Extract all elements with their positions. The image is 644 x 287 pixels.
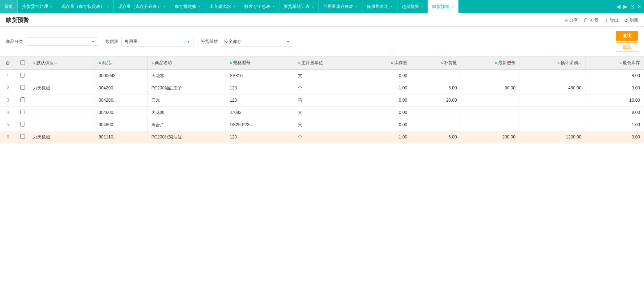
nav-tab-4[interactable]: 库存批次账× <box>170 0 205 13</box>
table-header-settings[interactable]: ⚙ <box>0 57 16 70</box>
header-action-分享[interactable]: ⎘分享 <box>565 17 578 23</box>
gear-settings-button[interactable]: ⚙ <box>4 60 12 66</box>
filter-select-replenish-base[interactable]: 安全库存 ▼ <box>221 37 293 47</box>
page-container: 缺货预警 ⎘分享🗒补货⤓导出↺刷新 商品分类 ▼ 数据源 可用量 ▼ 补货基数 … <box>0 13 644 287</box>
nav-tab-5[interactable]: 出入库流水× <box>205 0 240 13</box>
row-checkbox-3[interactable] <box>20 110 25 114</box>
select-all-checkbox[interactable] <box>20 60 25 65</box>
query-button[interactable]: 查询 <box>616 31 638 41</box>
table-row[interactable]: 5 004800... 离合片 DS250*23c... 只 0.00 1.00 <box>0 119 644 131</box>
filter-label-datasource: 数据源 <box>105 39 118 45</box>
table-row[interactable]: 1 0000042 火花塞 SS816 支 0.00 8.00 <box>0 70 644 82</box>
row-checkbox-cell-1 <box>16 82 29 94</box>
table-header-replenish[interactable]: ⇅补货量 <box>411 57 461 70</box>
row-code-3: 004600... <box>95 106 148 119</box>
nav-next-button[interactable]: ▶ <box>622 0 629 13</box>
settings-button[interactable]: 设置 <box>616 42 638 52</box>
nav-tab-3[interactable]: 现存量（库存分布表）× <box>114 0 170 13</box>
filter-actions: 查询 设置 <box>616 31 638 52</box>
action-icon-2: ⤓ <box>604 18 608 23</box>
nav-tab-close-1[interactable]: × <box>50 5 52 9</box>
filter-select-datasource[interactable]: 可用量 ▼ <box>121 37 193 47</box>
nav-tab-close-4[interactable]: × <box>199 5 201 9</box>
nav-tab-close-8[interactable]: × <box>356 5 358 9</box>
row-stock-1: -1.00 <box>361 82 411 94</box>
table-header-name[interactable]: ⇅商品名称 <box>148 57 226 70</box>
nav-restore-button[interactable]: ⊡ <box>629 0 636 13</box>
action-label-3: 刷新 <box>630 17 638 23</box>
row-checkbox-0[interactable] <box>20 73 25 78</box>
row-checkbox-1[interactable] <box>20 85 25 90</box>
row-min-stock-2: 10.00 <box>585 94 644 106</box>
row-latest-price-5: 200.00 <box>461 131 519 143</box>
row-supplier-2 <box>29 94 95 106</box>
row-num-3: 4 <box>0 106 16 119</box>
row-checkbox-5[interactable] <box>20 134 25 139</box>
filter-group-datasource: 数据源 可用量 ▼ <box>105 37 193 47</box>
row-code-5: 801110... <box>95 131 148 143</box>
action-label-1: 补货 <box>590 17 599 23</box>
nav-close-button[interactable]: ✕ <box>636 0 643 13</box>
data-table: ⚙ ⇅默认供应... ⇅商品... ⇅商品名称 ⇅规格型号 ⇅主计量单位 ⇅库存… <box>0 57 644 144</box>
table-header-min-stock[interactable]: ⇅最低库存 <box>585 57 644 70</box>
header-action-导出[interactable]: ⤓导出 <box>604 17 618 23</box>
table-row[interactable]: 3 004200... 三九 123 箱 0.00 20.00 10.00 <box>0 94 644 106</box>
top-nav: 首页拣货异常处理×现存量（库存状况表）×现存量（库存分布表）×库存批次账×出入库… <box>0 0 644 13</box>
row-spec-2: 123 <box>226 94 294 106</box>
row-replenish-1: 6.00 <box>411 82 461 94</box>
table-header-supplier[interactable]: ⇅默认供应... <box>29 57 95 70</box>
nav-tab-close-5[interactable]: × <box>233 5 235 9</box>
table-header-code[interactable]: ⇅商品... <box>95 57 148 70</box>
table-header-unit[interactable]: ⇅主计量单位 <box>294 57 361 70</box>
header-action-补货[interactable]: 🗒补货 <box>584 17 599 23</box>
row-name-5: PC200张紧油缸 <box>148 131 226 143</box>
nav-tab-11[interactable]: 缺货预警× <box>428 0 458 13</box>
nav-tab-close-10[interactable]: × <box>421 5 423 9</box>
nav-tab-close-2[interactable]: × <box>107 5 109 9</box>
table-header-latest-price[interactable]: ⇅最新进价 <box>461 57 519 70</box>
nav-tab-close-7[interactable]: × <box>312 5 314 9</box>
table-row[interactable]: 4 004600... 火花塞 J7092 支 0.00 8.00 <box>0 106 644 119</box>
row-checkbox-4[interactable] <box>20 122 25 127</box>
nav-tab-10[interactable]: 超储预警× <box>397 0 428 13</box>
filter-select-category[interactable]: ▼ <box>26 37 98 46</box>
nav-tab-close-6[interactable]: × <box>273 5 275 9</box>
row-est-purchase-2 <box>519 94 585 106</box>
nav-tab-close-9[interactable]: × <box>391 5 393 9</box>
nav-tab-6[interactable]: 收发存汇总表× <box>240 0 279 13</box>
row-stock-2: 0.00 <box>361 94 411 106</box>
row-spec-5: 123 <box>226 131 294 143</box>
nav-tab-0[interactable]: 首页 <box>0 0 18 13</box>
filter-select-replenish-base-value: 安全库存 <box>224 39 283 45</box>
row-code-1: 004200... <box>95 82 148 94</box>
nav-tab-close-11[interactable]: × <box>452 5 454 9</box>
table-header-spec[interactable]: ⇅规格型号 <box>226 57 294 70</box>
nav-tab-2[interactable]: 现存量（库存状况表）× <box>57 0 114 13</box>
action-icon-3: ↺ <box>624 18 628 23</box>
nav-tab-1[interactable]: 拣货异常处理× <box>18 0 57 13</box>
table-row[interactable]: 6 力天机械 801110... PC200张紧油缸 123 个 -1.00 6… <box>0 131 644 143</box>
nav-tab-9[interactable]: 保质期查询× <box>362 0 397 13</box>
row-unit-5: 个 <box>294 131 361 143</box>
row-name-3: 火花塞 <box>148 106 226 119</box>
nav-tab-7[interactable]: 要货单统计表× <box>279 0 319 13</box>
table-header-est-purchase[interactable]: ⇅预计采购... <box>519 57 585 70</box>
table-row[interactable]: 2 力天机械 004200... PC200油缸庄子 123 个 -1.00 6… <box>0 82 644 94</box>
nav-tab-close-3[interactable]: × <box>164 5 166 9</box>
row-checkbox-cell-5 <box>16 131 29 143</box>
table-header-stock[interactable]: ⇅库存量 <box>361 57 411 70</box>
nav-tab-8[interactable]: 可用量库存账本× <box>319 0 362 13</box>
row-supplier-3 <box>29 106 95 119</box>
row-latest-price-1: 80.00 <box>461 82 519 94</box>
filter-select-category-value <box>29 39 88 44</box>
chevron-down-icon: ▼ <box>91 40 95 44</box>
row-checkbox-2[interactable] <box>20 97 25 102</box>
page-header: 缺货预警 ⎘分享🗒补货⤓导出↺刷新 <box>0 13 644 27</box>
nav-prev-button[interactable]: ◀ <box>615 0 622 13</box>
row-replenish-2: 20.00 <box>411 94 461 106</box>
row-stock-3: 0.00 <box>361 106 411 119</box>
row-name-0: 火花塞 <box>148 70 226 82</box>
row-min-stock-3: 8.00 <box>585 106 644 119</box>
chevron-down-icon-2: ▼ <box>187 40 190 44</box>
header-action-刷新[interactable]: ↺刷新 <box>624 17 638 23</box>
